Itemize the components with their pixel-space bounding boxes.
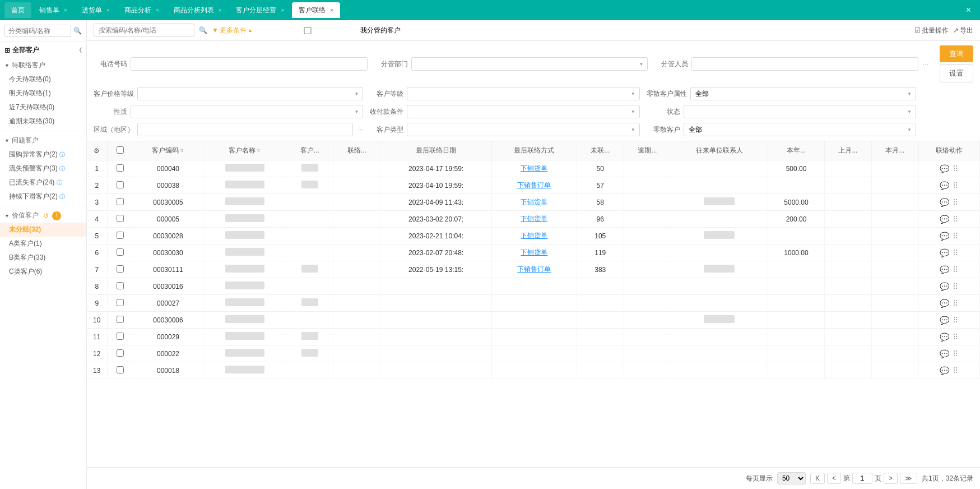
- retail-attr-select[interactable]: [690, 87, 916, 100]
- more-icon[interactable]: ⠿: [953, 316, 958, 325]
- col-overdue-header[interactable]: 逾期...: [624, 141, 671, 160]
- price-level-select[interactable]: [137, 87, 363, 100]
- more-icon[interactable]: ⠿: [953, 282, 958, 291]
- person-input[interactable]: [691, 57, 918, 71]
- code-sort[interactable]: 客户编码 ⇅: [152, 146, 184, 155]
- col-contact-person-header[interactable]: 往来单位联系人: [671, 141, 768, 160]
- page-number-input[interactable]: [852, 473, 872, 484]
- last-type-link[interactable]: 下销货单: [521, 215, 547, 223]
- select-all-checkbox[interactable]: [117, 146, 124, 154]
- contact-icon[interactable]: 💬: [940, 366, 949, 375]
- pending-contact-group[interactable]: ▼ 待联络客户: [0, 58, 86, 72]
- sidebar-item-today-contact[interactable]: 今天待联络(0): [0, 72, 86, 86]
- contact-icon[interactable]: 💬: [940, 333, 949, 342]
- row-checkbox[interactable]: [117, 248, 124, 256]
- nature-select[interactable]: [131, 105, 363, 118]
- tab-product-analysis-close[interactable]: ×: [156, 7, 159, 13]
- col-this-year-header[interactable]: 本年...: [768, 141, 825, 160]
- value-customer-group[interactable]: ▼ 价值客户 ↺ !: [0, 209, 86, 223]
- col-last-type-header[interactable]: 最后联络方式: [491, 141, 577, 160]
- contact-icon[interactable]: 💬: [940, 316, 949, 325]
- sidebar-collapse-icon[interactable]: 《: [76, 47, 82, 54]
- tab-sales-order-close[interactable]: ×: [64, 7, 67, 13]
- dept-select[interactable]: [411, 57, 648, 71]
- col-name-header[interactable]: 客户名称 ⇅: [203, 141, 286, 160]
- last-type-link[interactable]: 下销货单: [521, 248, 547, 256]
- sidebar-item-class-a[interactable]: A类客户(1): [0, 237, 86, 251]
- contact-icon[interactable]: 💬: [940, 282, 949, 291]
- sidebar-item-week-contact[interactable]: 近7天待联络(0): [0, 100, 86, 114]
- sidebar-item-declining[interactable]: 持续下滑客户(2) ⓘ: [0, 190, 86, 204]
- category-search-icon[interactable]: 🔍: [73, 27, 82, 35]
- col-uncontacted-header[interactable]: 未联...: [577, 141, 624, 160]
- col-type-header[interactable]: 客户...: [286, 141, 333, 160]
- tab-home[interactable]: 首页: [4, 2, 31, 18]
- customer-type-select[interactable]: [407, 123, 639, 136]
- last-type-link[interactable]: 下销货单: [521, 164, 547, 172]
- sidebar-item-ungroup[interactable]: 未分组(32): [0, 223, 86, 237]
- sidebar-item-overdue-contact[interactable]: 逾期未联络(30): [0, 114, 86, 128]
- tab-product-analysis-list[interactable]: 商品分析列表 ×: [167, 2, 229, 18]
- tab-product-analysis-list-close[interactable]: ×: [219, 7, 222, 13]
- query-button[interactable]: 查询: [940, 45, 973, 62]
- tab-customer-segment-close[interactable]: ×: [281, 7, 284, 13]
- row-checkbox[interactable]: [117, 349, 124, 357]
- sidebar-item-churned[interactable]: 已流失客户(24) ⓘ: [0, 176, 86, 190]
- contact-icon[interactable]: 💬: [940, 349, 949, 358]
- tab-purchase-order-close[interactable]: ×: [106, 7, 110, 13]
- col-code-header[interactable]: 客户编码 ⇅: [133, 141, 203, 160]
- contact-icon[interactable]: 💬: [940, 215, 949, 224]
- last-type-link[interactable]: 下销货单: [521, 198, 547, 206]
- col-contact-header[interactable]: 联络...: [333, 141, 380, 160]
- more-icon[interactable]: ⠿: [953, 232, 958, 241]
- last-page-button[interactable]: ≫: [900, 473, 917, 484]
- contact-icon[interactable]: 💬: [940, 265, 949, 274]
- row-checkbox[interactable]: [117, 366, 124, 373]
- col-last-month-header[interactable]: 上月...: [824, 141, 871, 160]
- row-checkbox[interactable]: [117, 282, 124, 289]
- search-input[interactable]: [94, 24, 194, 37]
- person-dots-icon[interactable]: ···: [923, 60, 928, 68]
- gear-icon[interactable]: ⚙: [94, 147, 100, 155]
- tab-customer-segment[interactable]: 客户分层经营 ×: [229, 2, 291, 18]
- my-customers-checkbox-label[interactable]: 我分管的客户: [257, 26, 401, 35]
- reset-button[interactable]: 设置: [940, 64, 973, 82]
- sidebar-item-tomorrow-contact[interactable]: 明天待联络(1): [0, 86, 86, 100]
- contact-icon[interactable]: 💬: [940, 198, 949, 207]
- more-icon[interactable]: ⠿: [953, 366, 958, 375]
- region-input[interactable]: [137, 123, 353, 136]
- row-checkbox[interactable]: [117, 181, 124, 188]
- more-icon[interactable]: ⠿: [953, 299, 958, 308]
- refresh-icon[interactable]: ↺: [43, 212, 49, 220]
- payment-select[interactable]: [407, 105, 639, 118]
- row-checkbox[interactable]: [117, 316, 124, 323]
- first-page-button[interactable]: K: [810, 473, 825, 484]
- region-dots-icon[interactable]: ···: [357, 126, 363, 133]
- more-icon[interactable]: ⠿: [953, 333, 958, 342]
- row-checkbox[interactable]: [117, 232, 124, 239]
- more-icon[interactable]: ⠿: [953, 215, 958, 224]
- per-page-select[interactable]: 50 100: [777, 472, 806, 485]
- row-checkbox[interactable]: [117, 299, 124, 306]
- contact-icon[interactable]: 💬: [940, 164, 949, 173]
- col-this-month-header[interactable]: 本月...: [871, 141, 918, 160]
- phone-input[interactable]: [131, 57, 368, 71]
- row-checkbox[interactable]: [117, 198, 124, 205]
- contact-icon[interactable]: 💬: [940, 181, 949, 190]
- all-customers-header[interactable]: ⊞ 全部客户 《: [0, 42, 86, 58]
- row-checkbox[interactable]: [117, 333, 124, 340]
- sidebar-item-class-b[interactable]: B类客户(33): [0, 251, 86, 265]
- tab-customer-contact[interactable]: 客户联络 ×: [292, 2, 340, 18]
- more-icon[interactable]: ⠿: [953, 248, 958, 257]
- export-button[interactable]: ↗ 导出: [953, 26, 973, 35]
- more-icon[interactable]: ⠿: [953, 349, 958, 358]
- last-type-link[interactable]: 下销售订单: [517, 265, 551, 273]
- last-type-link[interactable]: 下销售订单: [517, 181, 551, 189]
- tab-product-analysis[interactable]: 商品分析 ×: [118, 2, 166, 18]
- more-icon[interactable]: ⠿: [953, 265, 958, 274]
- tab-purchase-order[interactable]: 进货单 ×: [75, 2, 117, 18]
- category-search-input[interactable]: [4, 25, 71, 37]
- retail-customer-select[interactable]: [684, 123, 916, 136]
- more-icon[interactable]: ⠿: [953, 198, 958, 207]
- customer-level-select[interactable]: [407, 87, 639, 100]
